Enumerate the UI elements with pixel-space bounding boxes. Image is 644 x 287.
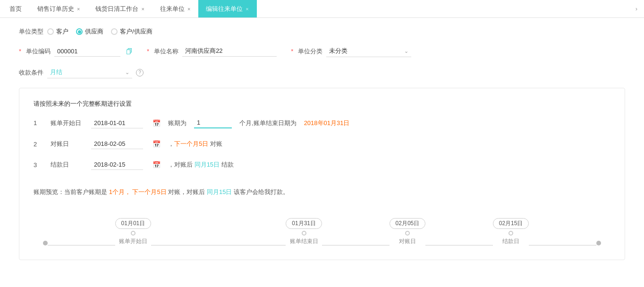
row-1-num: 1 [34, 119, 43, 127]
unit-info-row: * 单位编码 🗍 * 单位名称 * 单位分类 未分类 ⌄ [19, 45, 625, 57]
row-3-label: 结款日 [51, 160, 84, 169]
payment-condition-field: 收款条件 月结 ⌄ ? [19, 67, 144, 78]
timeline-node-1: 01月01日 账单开始日 [115, 218, 152, 245]
unit-category-label: 单位分类 [298, 47, 322, 56]
payment-desc: ，对账后 同月15日 结款 [168, 160, 234, 169]
preview-reconcile: 下一个月5日 [132, 188, 166, 195]
timeline-node-4-dot [508, 231, 513, 236]
reconcile-row: 2 对账日 📅 ，下一个月5日 对账 [34, 139, 610, 149]
timeline-node-1-dot [131, 231, 136, 236]
close-sales-history-icon[interactable]: × [77, 6, 80, 12]
timeline-node-2: 01月31日 账单结束日 [286, 218, 322, 245]
timeline-node-4: 02月15日 结款日 [493, 218, 529, 245]
tab-cash-workbench[interactable]: 钱货日清工作台 × [88, 0, 152, 17]
radio-customer[interactable]: 客户 [47, 27, 68, 36]
reconcile-date-input[interactable] [91, 139, 143, 149]
unit-name-field: * 单位名称 [147, 46, 277, 57]
preview-period: 1个月， [109, 188, 131, 195]
tab-home[interactable]: 首页 [2, 0, 30, 17]
payment-condition-label: 收款条件 [19, 68, 43, 77]
payment-condition-value: 月结 [50, 68, 125, 76]
unit-code-field: * 单位编码 🗍 [19, 46, 133, 57]
timeline-node-4-badge: 02月15日 [493, 218, 529, 229]
unit-type-row: 单位类型 客户 供应商 客户/供应商 [19, 27, 625, 36]
start-date-calendar-icon[interactable]: 📅 [153, 119, 161, 127]
unit-code-label: 单位编码 [26, 47, 51, 56]
payment-condition-help-icon[interactable]: ? [136, 69, 144, 76]
timeline-node-4-label: 结款日 [502, 237, 519, 245]
unit-type-radio-group: 客户 供应商 客户/供应商 [47, 27, 153, 36]
close-edit-counterpart-icon[interactable]: × [246, 6, 248, 12]
radio-both[interactable]: 客户/供应商 [111, 27, 153, 36]
unit-category-required: * [291, 48, 293, 55]
unit-type-field: 单位类型 客户 供应商 客户/供应商 [19, 27, 153, 36]
radio-both-circle [111, 28, 118, 35]
tab-edit-counterpart[interactable]: 编辑往来单位 × [198, 0, 256, 17]
timeline-node-3-badge: 02月05日 [390, 218, 426, 229]
payment-condition-row: 收款条件 月结 ⌄ ? [19, 67, 625, 78]
timeline-node-2-badge: 01月31日 [286, 218, 322, 229]
timeline-node-1-label: 账单开始日 [119, 237, 147, 245]
timeline-section: 01月01日 账单开始日 01月31日 账单结束日 02月05日 [34, 209, 610, 250]
preview-payment: 同月15日 [207, 188, 232, 195]
close-cash-workbench-icon[interactable]: × [141, 6, 144, 12]
tab-sales-history[interactable]: 销售订单历史 × [30, 0, 88, 17]
payment-condition-select[interactable]: 月结 ⌄ [47, 67, 132, 78]
panel-description: 请按照未来的一个完整帐期进行设置 [34, 100, 610, 108]
end-date-highlight: 2018年01月31日 [304, 119, 350, 127]
payment-date-row: 3 结款日 📅 ，对账后 同月15日 结款 [34, 160, 610, 170]
unit-code-input[interactable] [54, 46, 120, 57]
timeline-node-2-dot [302, 231, 306, 236]
main-content: 单位类型 客户 供应商 客户/供应商 * 单位编码 [0, 18, 644, 287]
timeline-node-3-label: 对账日 [399, 237, 416, 245]
timeline-node-3: 02月05日 对账日 [390, 218, 426, 245]
row-2-label: 对账日 [51, 140, 84, 148]
reconcile-desc: ，下一个月5日 对账 [168, 140, 222, 148]
unit-category-select[interactable]: 未分类 ⌄ [326, 45, 411, 57]
period-prefix: 账期为 [168, 119, 186, 127]
unit-name-label: 单位名称 [154, 47, 178, 56]
unit-category-field: * 单位分类 未分类 ⌄ [291, 45, 411, 57]
row-1-label: 账单开始日 [51, 119, 84, 127]
payment-condition-chevron-icon: ⌄ [125, 69, 129, 76]
row-3-num: 3 [34, 161, 43, 169]
radio-customer-circle [47, 28, 54, 35]
timeline-node-1-badge: 01月01日 [115, 218, 152, 229]
tab-expand-button[interactable]: › [631, 0, 642, 17]
timeline-node-2-label: 账单结束日 [290, 237, 318, 245]
payment-date-input[interactable] [91, 160, 143, 170]
reconcile-date-calendar-icon[interactable]: 📅 [153, 140, 161, 148]
unit-category-chevron-icon: ⌄ [404, 48, 408, 54]
unit-category-value: 未分类 [329, 47, 404, 55]
period-suffix: 个月,账单结束日期为 [239, 119, 297, 127]
unit-name-required: * [147, 48, 149, 55]
row-2-num: 2 [34, 141, 43, 148]
preview-section: 账期预览：当前客户账期是 1个月， 下一个月5日 对账，对账后 同月15日 该客… [34, 180, 610, 204]
unit-type-label: 单位类型 [19, 27, 43, 36]
start-date-input[interactable] [91, 118, 143, 128]
period-input[interactable] [194, 118, 232, 128]
unit-code-icon[interactable]: 🗍 [126, 48, 133, 55]
period-settings-panel: 请按照未来的一个完整帐期进行设置 1 账单开始日 📅 账期为 个月,账单结束日期… [19, 88, 625, 260]
account-start-row: 1 账单开始日 📅 账期为 个月,账单结束日期为 2018年01月31日 [34, 118, 610, 128]
payment-date-calendar-icon[interactable]: 📅 [153, 161, 161, 169]
radio-supplier[interactable]: 供应商 [76, 27, 103, 36]
radio-supplier-circle [76, 28, 83, 35]
timeline-node-3-dot [405, 231, 410, 236]
tab-bar: 首页 销售订单历史 × 钱货日清工作台 × 往来单位 × 编辑往来单位 × › [0, 0, 644, 18]
close-counterpart-icon[interactable]: × [187, 6, 190, 12]
unit-name-input[interactable] [182, 46, 277, 57]
unit-code-required: * [19, 48, 21, 55]
tab-counterpart[interactable]: 往来单位 × [153, 0, 198, 17]
preview-text: 账期预览：当前客户账期是 1个月， 下一个月5日 对账，对账后 同月15日 该客… [34, 188, 289, 195]
